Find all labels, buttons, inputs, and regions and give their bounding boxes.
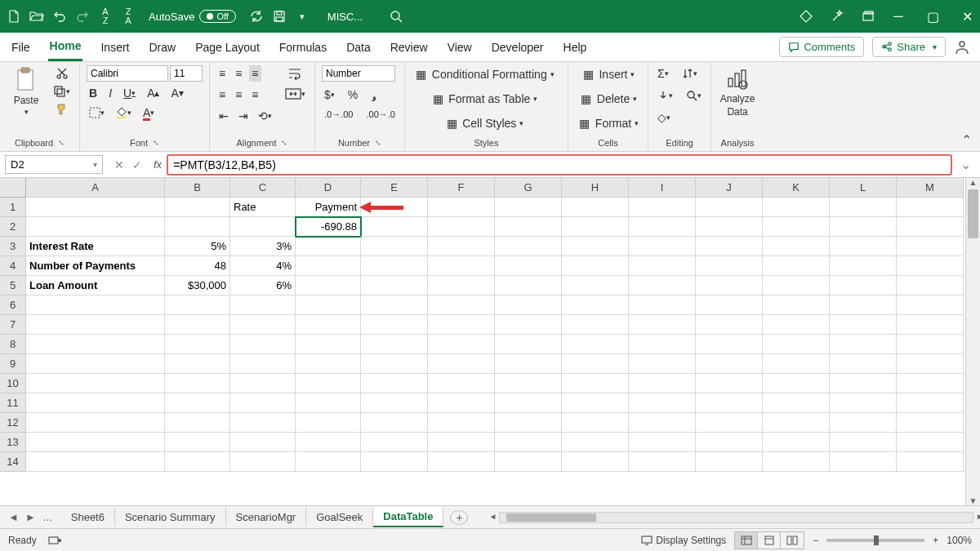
- cell-D13[interactable]: [296, 433, 361, 452]
- cell-A1[interactable]: [26, 198, 165, 217]
- cell-H13[interactable]: [562, 433, 629, 452]
- tab-review[interactable]: Review: [389, 34, 430, 60]
- font-size-select[interactable]: [170, 65, 203, 82]
- search-icon[interactable]: [387, 7, 405, 25]
- cell-D6[interactable]: [296, 295, 361, 315]
- decrease-decimal-button[interactable]: .00→.0: [363, 108, 397, 121]
- cell-C12[interactable]: [230, 413, 296, 433]
- col-header[interactable]: B: [165, 178, 230, 198]
- font-name-select[interactable]: [87, 65, 168, 82]
- align-middle-button[interactable]: ≡: [233, 65, 244, 82]
- cell-D4[interactable]: [296, 256, 361, 276]
- cell-H14[interactable]: [562, 452, 629, 472]
- cell-M11[interactable]: [897, 393, 964, 413]
- tab-home[interactable]: Home: [48, 33, 83, 61]
- border-button[interactable]: ▾: [87, 105, 107, 120]
- cell-G9[interactable]: [495, 354, 562, 374]
- format-painter-button[interactable]: [51, 101, 73, 118]
- cell-styles-button[interactable]: ▦ Cell Styles ▾: [412, 114, 557, 132]
- conditional-formatting-button[interactable]: ▦ Conditional Formatting ▾: [412, 65, 557, 83]
- page-layout-view-button[interactable]: [758, 532, 781, 549]
- name-box[interactable]: D2▾: [5, 155, 103, 174]
- cell-E3[interactable]: [361, 237, 428, 256]
- cell-C11[interactable]: [230, 393, 296, 413]
- cell-D10[interactable]: [296, 374, 361, 393]
- cell-F12[interactable]: [428, 413, 495, 433]
- cell-H9[interactable]: [562, 354, 629, 374]
- maximize-button[interactable]: ▢: [924, 9, 941, 24]
- cell-D2[interactable]: -690.88: [296, 217, 361, 237]
- cell-L14[interactable]: [830, 452, 897, 472]
- cell-D11[interactable]: [296, 393, 361, 413]
- format-as-table-button[interactable]: ▦ Format as Table ▾: [412, 90, 557, 108]
- col-header[interactable]: E: [361, 178, 428, 198]
- new-sheet-button[interactable]: +: [450, 510, 468, 525]
- comments-button[interactable]: Comments: [779, 37, 864, 57]
- cell-B13[interactable]: [165, 433, 230, 452]
- cell-G2[interactable]: [495, 217, 562, 237]
- cell-A10[interactable]: [26, 374, 165, 393]
- cell-K9[interactable]: [763, 354, 830, 374]
- cell-J8[interactable]: [696, 335, 763, 354]
- orientation-button[interactable]: ⟲▾: [256, 108, 274, 124]
- collapse-ribbon-button[interactable]: ⌃: [953, 129, 980, 151]
- cell-B2[interactable]: [165, 217, 230, 237]
- cell-M7[interactable]: [897, 315, 964, 335]
- cell-J2[interactable]: [696, 217, 763, 237]
- delete-cells-button[interactable]: ▦ Delete ▾: [575, 90, 641, 108]
- cell-M2[interactable]: [897, 217, 964, 237]
- cell-I7[interactable]: [629, 315, 696, 335]
- cell-I11[interactable]: [629, 393, 696, 413]
- find-button[interactable]: ▾: [684, 88, 704, 103]
- cell-D1[interactable]: Payment: [296, 198, 361, 217]
- tab-file[interactable]: File: [10, 34, 32, 60]
- sort-asc-icon[interactable]: AZ: [96, 7, 114, 25]
- cell-K3[interactable]: [763, 237, 830, 256]
- col-header[interactable]: M: [897, 178, 964, 198]
- select-all-corner[interactable]: [0, 178, 26, 198]
- cell-F8[interactable]: [428, 335, 495, 354]
- cell-J5[interactable]: [696, 276, 763, 295]
- cell-G4[interactable]: [495, 256, 562, 276]
- cell-H3[interactable]: [562, 237, 629, 256]
- macro-record-icon[interactable]: [48, 535, 61, 546]
- sheet-tab[interactable]: GoalSeek: [306, 508, 373, 527]
- cell-A13[interactable]: [26, 433, 165, 452]
- row-header[interactable]: 6: [0, 295, 26, 315]
- cell-J10[interactable]: [696, 374, 763, 393]
- cell-L12[interactable]: [830, 413, 897, 433]
- cell-J13[interactable]: [696, 433, 763, 452]
- cell-K8[interactable]: [763, 335, 830, 354]
- number-format-select[interactable]: [322, 65, 395, 82]
- cell-grid[interactable]: ABCDEFGHIJKLM1RatePayment2-690.883Intere…: [0, 178, 965, 472]
- increase-indent-button[interactable]: ⇥: [236, 108, 251, 124]
- font-launcher[interactable]: ⤡: [153, 139, 159, 147]
- cell-F11[interactable]: [428, 393, 495, 413]
- cell-L10[interactable]: [830, 374, 897, 393]
- sheet-tab[interactable]: ScenarioMgr: [226, 508, 307, 527]
- cell-J6[interactable]: [696, 295, 763, 315]
- decrease-font-button[interactable]: A▾: [168, 85, 185, 101]
- cell-G12[interactable]: [495, 413, 562, 433]
- cell-C8[interactable]: [230, 335, 296, 354]
- tab-insert[interactable]: Insert: [99, 34, 131, 60]
- cell-A5[interactable]: Loan Amount: [26, 276, 165, 295]
- account-icon[interactable]: [954, 39, 970, 56]
- cell-B6[interactable]: [165, 295, 230, 315]
- cell-D3[interactable]: [296, 237, 361, 256]
- row-header[interactable]: 9: [0, 354, 26, 374]
- row-header[interactable]: 2: [0, 217, 26, 237]
- col-header[interactable]: G: [495, 178, 562, 198]
- cell-D9[interactable]: [296, 354, 361, 374]
- row-header[interactable]: 5: [0, 276, 26, 295]
- col-header[interactable]: J: [696, 178, 763, 198]
- cell-M14[interactable]: [897, 452, 964, 472]
- increase-decimal-button[interactable]: .0→.00: [322, 108, 355, 121]
- cell-J1[interactable]: [696, 198, 763, 217]
- cell-M13[interactable]: [897, 433, 964, 452]
- cell-B3[interactable]: 5%: [165, 237, 230, 256]
- cell-C3[interactable]: 3%: [230, 237, 296, 256]
- cell-H5[interactable]: [562, 276, 629, 295]
- tab-formulas[interactable]: Formulas: [278, 34, 328, 60]
- col-header[interactable]: A: [26, 178, 165, 198]
